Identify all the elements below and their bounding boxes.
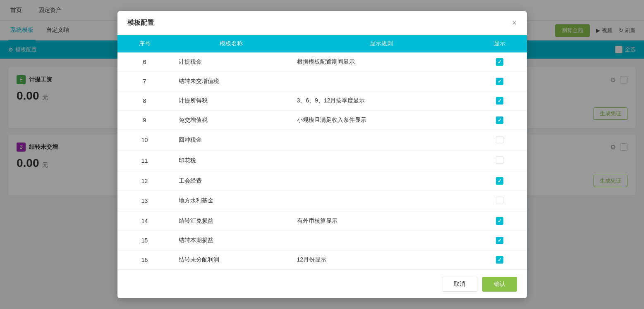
cell-rule-10: 12月份显示 (290, 250, 472, 269)
checkbox-10[interactable] (496, 256, 503, 264)
cell-name-6: 工会经费 (172, 171, 290, 190)
cell-seq-0: 6 (117, 52, 172, 72)
table-row: 12工会经费 (117, 171, 527, 190)
cell-name-3: 免交增值税 (172, 110, 290, 130)
table-row: 14结转汇兑损益有外币核算显示 (117, 211, 527, 231)
cell-seq-4: 10 (117, 130, 172, 150)
cell-check-5 (472, 150, 527, 171)
cell-seq-3: 9 (117, 110, 172, 130)
table-row: 9免交增值税小规模且满足收入条件显示 (117, 110, 527, 130)
cell-check-2 (472, 91, 527, 110)
cell-name-4: 回冲税金 (172, 130, 290, 150)
checkbox-0[interactable] (496, 58, 503, 66)
modal-overlay: 模板配置 × 序号 模板名称 显示规则 显示 6计提税金根据模板配置期间显示7结… (0, 0, 644, 309)
checkbox-6[interactable] (496, 177, 503, 185)
cancel-button[interactable]: 取消 (442, 277, 477, 292)
cell-name-1: 结转未交增值税 (172, 71, 290, 91)
cell-check-1 (472, 71, 527, 91)
cell-seq-6: 12 (117, 171, 172, 190)
table-row: 15结转本期损益 (117, 231, 527, 250)
cell-check-8 (472, 211, 527, 231)
cell-seq-7: 13 (117, 190, 172, 211)
checkbox-1[interactable] (496, 78, 503, 85)
cell-rule-5 (290, 150, 472, 171)
config-table: 序号 模板名称 显示规则 显示 6计提税金根据模板配置期间显示7结转未交增值税8… (117, 35, 527, 270)
table-row: 6计提税金根据模板配置期间显示 (117, 52, 527, 72)
col-rule: 显示规则 (290, 35, 472, 52)
cell-seq-1: 7 (117, 71, 172, 91)
cell-rule-9 (290, 231, 472, 250)
cell-rule-8: 有外币核算显示 (290, 211, 472, 231)
cell-name-7: 地方水利基金 (172, 190, 290, 211)
modal-body: 序号 模板名称 显示规则 显示 6计提税金根据模板配置期间显示7结转未交增值税8… (117, 35, 527, 270)
checkbox-3[interactable] (496, 116, 503, 124)
cell-seq-5: 11 (117, 150, 172, 171)
cell-seq-8: 14 (117, 211, 172, 231)
cell-name-0: 计提税金 (172, 52, 290, 72)
table-row: 7结转未交增值税 (117, 71, 527, 91)
cell-check-4 (472, 130, 527, 150)
modal-close-button[interactable]: × (512, 19, 517, 27)
cell-rule-6 (290, 171, 472, 190)
checkbox-4[interactable] (496, 136, 503, 143)
cell-seq-2: 8 (117, 91, 172, 110)
cell-name-5: 印花税 (172, 150, 290, 171)
modal-header: 模板配置 × (117, 11, 527, 35)
col-name: 模板名称 (172, 35, 290, 52)
checkbox-2[interactable] (496, 97, 503, 105)
cell-name-10: 结转未分配利润 (172, 250, 290, 269)
cell-check-3 (472, 110, 527, 130)
cell-check-7 (472, 190, 527, 211)
checkbox-8[interactable] (496, 217, 503, 225)
checkbox-9[interactable] (496, 237, 503, 244)
confirm-button[interactable]: 确认 (482, 277, 517, 292)
cell-seq-9: 15 (117, 231, 172, 250)
col-seq: 序号 (117, 35, 172, 52)
modal-footer: 取消 确认 (117, 270, 527, 298)
checkbox-7[interactable] (496, 197, 503, 204)
cell-check-9 (472, 231, 527, 250)
table-header-row: 序号 模板名称 显示规则 显示 (117, 35, 527, 52)
cell-rule-0: 根据模板配置期间显示 (290, 52, 472, 72)
cell-rule-4 (290, 130, 472, 150)
cell-rule-7 (290, 190, 472, 211)
cell-check-6 (472, 171, 527, 190)
table-row: 13地方水利基金 (117, 190, 527, 211)
checkbox-5[interactable] (496, 157, 503, 164)
modal-template-config: 模板配置 × 序号 模板名称 显示规则 显示 6计提税金根据模板配置期间显示7结… (117, 11, 527, 298)
cell-check-10 (472, 250, 527, 269)
table-row: 16结转未分配利润12月份显示 (117, 250, 527, 269)
table-row: 8计提所得税3、6、9、12月按季度显示 (117, 91, 527, 110)
cell-name-8: 结转汇兑损益 (172, 211, 290, 231)
table-row: 11印花税 (117, 150, 527, 171)
cell-rule-1 (290, 71, 472, 91)
table-row: 10回冲税金 (117, 130, 527, 150)
col-show: 显示 (472, 35, 527, 52)
cell-seq-10: 16 (117, 250, 172, 269)
modal-title: 模板配置 (127, 19, 154, 27)
cell-rule-2: 3、6、9、12月按季度显示 (290, 91, 472, 110)
cell-rule-3: 小规模且满足收入条件显示 (290, 110, 472, 130)
cell-check-0 (472, 52, 527, 72)
cell-name-9: 结转本期损益 (172, 231, 290, 250)
cell-name-2: 计提所得税 (172, 91, 290, 110)
